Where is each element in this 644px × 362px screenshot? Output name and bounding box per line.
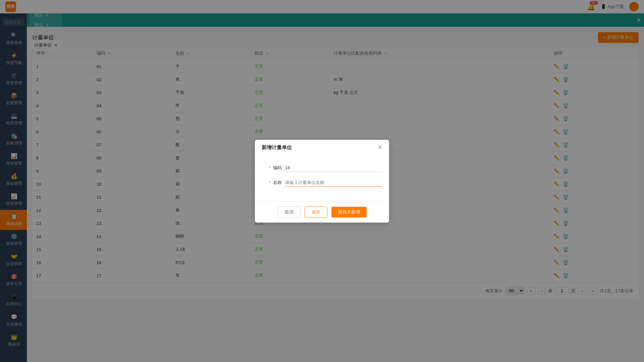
required-star-code: * bbox=[269, 165, 270, 170]
modal-overlay: 新增计量单位 ✕ * 编码 * 名称 取消 保存 保存并新增 bbox=[0, 0, 644, 362]
add-unit-modal: 新增计量单位 ✕ * 编码 * 名称 取消 保存 保存并新增 bbox=[255, 140, 389, 223]
form-code-row: * 编码 bbox=[262, 164, 382, 172]
modal-footer: 取消 保存 保存并新增 bbox=[255, 201, 389, 223]
modal-body: * 编码 * 名称 bbox=[255, 156, 389, 201]
modal-header: 新增计量单位 ✕ bbox=[255, 140, 389, 156]
required-star-name: * bbox=[269, 180, 270, 185]
code-label: * 编码 bbox=[262, 165, 282, 171]
name-label: * 名称 bbox=[262, 180, 282, 186]
code-input[interactable] bbox=[285, 164, 382, 172]
modal-title: 新增计量单位 bbox=[262, 144, 292, 151]
modal-close-button[interactable]: ✕ bbox=[377, 144, 382, 150]
cancel-button[interactable]: 取消 bbox=[278, 206, 301, 218]
save-and-new-button[interactable]: 保存并新增 bbox=[331, 207, 367, 218]
form-name-row: * 名称 bbox=[262, 179, 382, 187]
name-input[interactable] bbox=[285, 179, 382, 187]
save-button[interactable]: 保存 bbox=[305, 206, 327, 218]
